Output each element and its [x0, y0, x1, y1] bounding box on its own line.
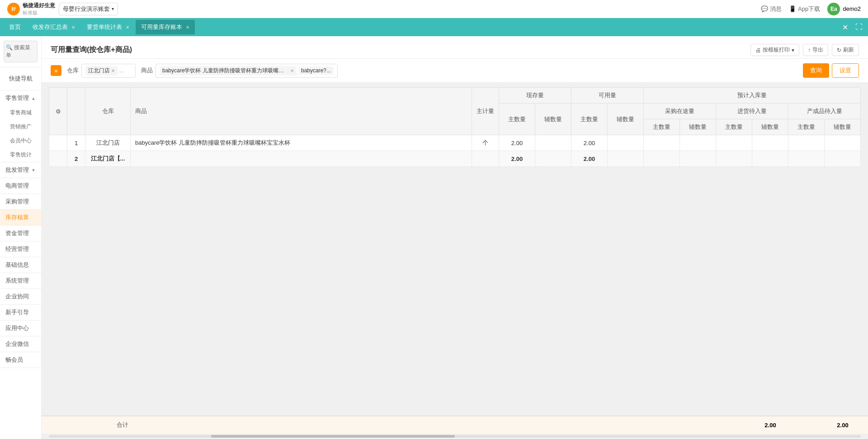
cell-avail-aux: [608, 135, 644, 151]
sidebar-section-purchase: 采购管理: [0, 194, 41, 210]
tab-order-stats[interactable]: 要货单统计表 ✕: [81, 20, 135, 34]
sidebar-section-retail: 零售管理 ▲ 零售商城 营销推广 会员中心 零售统计: [0, 90, 41, 162]
messages-button[interactable]: 💬 消息: [761, 5, 782, 13]
sidebar-section-apps-header[interactable]: 应用中心: [0, 321, 41, 336]
template-selector[interactable]: 母婴行业演示账套 ▾: [59, 3, 118, 15]
subtotal-pur-transit-aux: [680, 151, 716, 167]
sidebar-section-inventory-header[interactable]: 库存核算: [0, 210, 41, 225]
col-production-main-header: 主数量: [788, 119, 825, 135]
tab-home[interactable]: 首页: [4, 20, 26, 34]
subtotal-avail-aux: [608, 151, 644, 167]
main-layout: 🔍 搜索菜单 快捷导航 零售管理 ▲ 零售商城 营销推广 会员中心 零售统计 批…: [0, 36, 868, 439]
sidebar-section-purchase-header[interactable]: 采购管理: [0, 194, 41, 209]
setting-button[interactable]: 设置: [832, 63, 859, 78]
sidebar-section-collab-header[interactable]: 企业协同: [0, 289, 41, 304]
tab-receive-pay[interactable]: 收发存汇总表 ✕: [27, 20, 80, 34]
cell-product: babycare学饮杯 儿童防摔防撞吸管杯重力球吸嘴杯宝宝水杯: [131, 135, 472, 151]
tab-available-stock[interactable]: 可用量库存账本 ✕: [136, 20, 195, 34]
warehouse-tag: 江北门店 ✕: [85, 66, 118, 76]
search-menu-button[interactable]: 🔍 搜索菜单: [4, 41, 38, 62]
warehouse-more[interactable]: ...: [119, 67, 124, 74]
tab-close-order-stats[interactable]: ✕: [126, 25, 129, 30]
product-tag1-close[interactable]: ✕: [290, 68, 294, 73]
sidebar-section-wechat-header[interactable]: 企业微信: [0, 336, 41, 352]
sidebar-section-finance-header[interactable]: 资金管理: [0, 226, 41, 241]
warehouse-label: 仓库: [67, 66, 79, 75]
download-icon: 📱: [789, 5, 796, 12]
cell-warehouse: 江北门店: [85, 135, 131, 151]
sidebar-section-operations-header[interactable]: 经营管理: [0, 241, 41, 257]
col-warehouse-header: 仓库: [85, 88, 131, 135]
subtotal-product: [131, 151, 472, 167]
col-settings-header[interactable]: ⚙: [49, 88, 67, 135]
sidebar-section-retail-header[interactable]: 零售管理 ▲: [0, 90, 41, 106]
col-available-header: 可用量: [571, 88, 644, 104]
app-download-button[interactable]: 📱 App下载: [789, 5, 820, 13]
footer-stock-aux: [788, 422, 825, 429]
refresh-button[interactable]: ↻ 刷新: [832, 44, 859, 56]
cell-avail-main: 2.00: [571, 135, 608, 151]
horizontal-scrollbar[interactable]: [42, 434, 868, 439]
export-button[interactable]: ↑ 导出: [803, 44, 828, 56]
chevron-down-icon: ▾: [112, 6, 114, 11]
product-input[interactable]: babycare学饮杯 儿童防摔防撞吸管杯重力球吸嘴杯宝宝水杯 ✕ babyca…: [156, 64, 338, 78]
message-icon: 💬: [761, 5, 768, 12]
warehouse-input[interactable]: 江北门店 ✕ ...: [81, 64, 136, 78]
top-bar: 好 畅捷通好生意 标准版 母婴行业演示账套 ▾ 💬 消息 📱 App下载 Ea …: [0, 0, 868, 18]
col-product-header: 商品: [131, 88, 472, 135]
gear-icon[interactable]: ⚙: [56, 108, 61, 115]
page-title: 可用量查询(按仓库+商品): [51, 45, 132, 55]
sidebar-section-system-header[interactable]: 系统管理: [0, 273, 41, 288]
sidebar-item-marketing[interactable]: 营销推广: [0, 120, 41, 134]
subtotal-warehouse: 江北门店【...: [85, 151, 131, 167]
print-button[interactable]: 🖨 按模板打印 ▾: [750, 44, 799, 56]
sidebar-item-retail-stats[interactable]: 零售统计: [0, 148, 41, 162]
sidebar-section-member-header[interactable]: 畅会员: [0, 352, 41, 368]
col-pur-transit-aux-header: 辅数量: [680, 119, 716, 135]
logo-text: 畅捷通好生意 标准版: [23, 2, 55, 16]
subtotal-unit: [472, 151, 499, 167]
cell-rownum: 1: [67, 135, 85, 151]
cell-production-main: [788, 135, 825, 151]
tab-close-receive-pay[interactable]: ✕: [71, 25, 75, 30]
sidebar-item-members[interactable]: 会员中心: [0, 134, 41, 148]
col-avail-aux-header: 辅数量: [608, 104, 644, 135]
col-incoming-aux-header: 辅数量: [752, 119, 788, 135]
cell-stock-main: 2.00: [499, 135, 535, 151]
sidebar-section-guide: 新手引导: [0, 305, 41, 321]
user-avatar-area[interactable]: Ea demo2: [827, 3, 861, 15]
filter-warehouse-group: 仓库 江北门店 ✕ ...: [67, 64, 136, 78]
col-production-header: 产成品待入量: [788, 104, 861, 119]
filter-expand-button[interactable]: »: [51, 65, 61, 76]
chevron-down-icon-print: ▾: [792, 47, 794, 53]
scroll-track: [49, 435, 861, 438]
col-production-aux-header: 辅数量: [825, 119, 861, 135]
scroll-thumb[interactable]: [211, 435, 455, 438]
sidebar-section-ecom-header[interactable]: 电商管理: [0, 178, 41, 194]
tab-close-available-stock[interactable]: ✕: [186, 25, 189, 30]
sidebar-section-wholesale-header[interactable]: 批发管理 ▼: [0, 162, 41, 178]
tab-close-all-button[interactable]: ✕: [840, 21, 850, 33]
subtotal-rownum: 2: [67, 151, 85, 167]
tab-expand-button[interactable]: ⛶: [854, 21, 864, 33]
table-container[interactable]: ⚙ 仓库 商品 主计量 现存量 可用量 预计入库量 主数量 辅数量 主数量: [42, 83, 868, 415]
top-bar-right: 💬 消息 📱 App下载 Ea demo2: [761, 3, 861, 15]
subtotal-stock-main: 2.00: [499, 151, 535, 167]
tab-bar-controls: ✕ ⛶: [840, 21, 864, 33]
sidebar-item-quick-nav[interactable]: 快捷导航: [0, 71, 41, 86]
cell-unit: 个: [472, 135, 499, 151]
col-unit-header: 主计量: [472, 88, 499, 135]
col-current-stock-header: 现存量: [499, 88, 571, 104]
sidebar-item-retail-mall[interactable]: 零售商城: [0, 106, 41, 120]
chevron-up-icon: ▲: [31, 96, 36, 101]
sidebar-section-collab: 企业协同: [0, 289, 41, 305]
avatar: Ea: [827, 3, 840, 15]
query-button[interactable]: 查询: [803, 63, 829, 78]
col-incoming-main-header: 主数量: [716, 119, 752, 135]
sidebar-section-guide-header[interactable]: 新手引导: [0, 305, 41, 320]
sidebar-section-basic-header[interactable]: 基础信息: [0, 257, 41, 273]
cell-stock-aux: [535, 135, 571, 151]
footer-total-label: 合计: [117, 421, 128, 429]
refresh-icon: ↻: [837, 47, 841, 53]
warehouse-tag-close[interactable]: ✕: [111, 68, 115, 73]
